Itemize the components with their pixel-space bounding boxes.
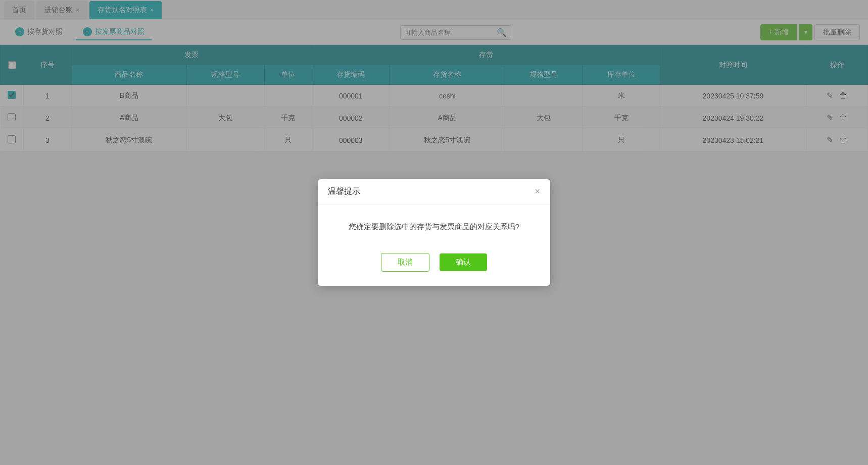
dialog-overlay: 温馨提示 × 您确定要删除选中的存货与发票商品的对应关系吗? 取消 确认 xyxy=(0,0,868,151)
